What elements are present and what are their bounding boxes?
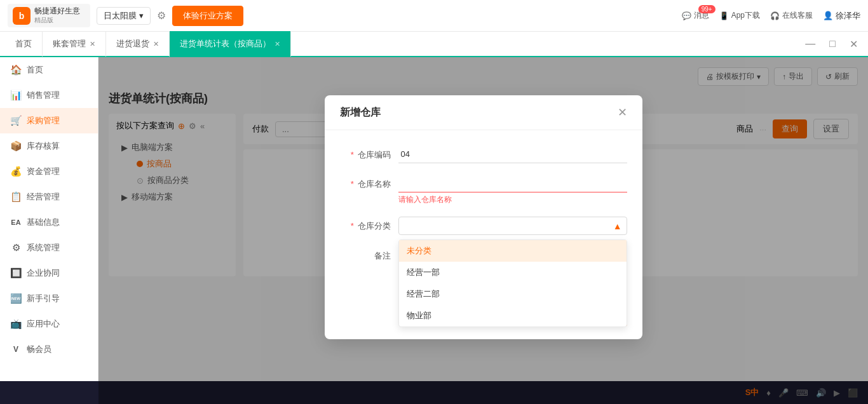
warehouse-name-input[interactable] (398, 175, 627, 192)
main-layout: 🏠 首页 📊 销售管理 🛒 采购管理 📦 库存核算 💰 资金管理 📋 经营管理 … (0, 57, 868, 404)
sidebar-item-inventory[interactable]: 📦 库存核算 (0, 133, 98, 159)
sidebar-item-app-center[interactable]: 📺 应用中心 (0, 311, 98, 337)
operation-icon: 📋 (10, 191, 22, 203)
warehouse-category-label: * 仓库分类 (340, 217, 391, 232)
system-icon: ⚙ (10, 242, 22, 253)
tab-purchase-stat-close-icon[interactable]: ✕ (275, 40, 280, 48)
settings-gear-icon[interactable]: ⚙ (157, 10, 166, 22)
sales-icon: 📊 (10, 90, 22, 101)
logo-icon: b (13, 7, 31, 25)
tab-purchase-stat[interactable]: 进货单统计表（按商品） ✕ (170, 31, 291, 57)
sidebar-label-home: 首页 (27, 64, 43, 76)
tab-purchase-return[interactable]: 进货退货 ✕ (106, 31, 170, 57)
tab-account-close-icon[interactable]: ✕ (90, 40, 95, 48)
warehouse-name-row: * 仓库名称 请输入仓库名称 (340, 175, 627, 205)
app-download-label: App下载 (731, 10, 760, 21)
warehouse-code-input[interactable] (398, 145, 627, 163)
sidebar-item-sales[interactable]: 📊 销售管理 (0, 83, 98, 108)
dropdown-item-dept3[interactable]: 物业部 (399, 305, 627, 327)
dropdown-item-dept1[interactable]: 经营一部 (399, 262, 627, 283)
trial-btn[interactable]: 体验行业方案 (172, 6, 243, 26)
tab-home-label: 首页 (15, 38, 32, 50)
inventory-icon: 📦 (10, 140, 22, 152)
tab-purchase-return-label: 进货退货 (116, 38, 149, 50)
tab-home[interactable]: 首页 (5, 31, 43, 57)
app-download-item[interactable]: 📱 App下载 (719, 10, 760, 21)
required-star-category: * (351, 221, 354, 231)
warehouse-category-row: * 仓库分类 ▲ 未分类 经营一部 经营二部 物业部 (340, 217, 627, 235)
sidebar-label-sales: 销售管理 (27, 90, 60, 101)
warehouse-code-input-wrap (398, 145, 627, 163)
guide-icon: 🆕 (10, 293, 22, 304)
sidebar-label-enterprise: 企业协同 (27, 267, 60, 279)
dropdown-item-dept2[interactable]: 经营二部 (399, 283, 627, 305)
logo-text: 畅捷通好生意 (34, 6, 80, 17)
sidebar-label-system: 系统管理 (27, 242, 60, 253)
user-area[interactable]: 👤 徐泽华 (823, 10, 860, 22)
sidebar-label-app-center: 应用中心 (27, 318, 60, 330)
finance-icon: 💰 (10, 166, 22, 177)
sidebar-item-enterprise[interactable]: 🔲 企业协同 (0, 260, 98, 286)
tab-bar: 首页 账套管理 ✕ 进货退货 ✕ 进货单统计表（按商品） ✕ — □ ✕ (0, 32, 868, 57)
remark-label: 备注 (340, 246, 391, 262)
sidebar-label-finance: 资金管理 (27, 166, 60, 177)
app-download-icon: 📱 (719, 11, 729, 20)
sidebar-item-purchase[interactable]: 🛒 采购管理 (0, 108, 98, 133)
warehouse-code-row: * 仓库编码 (340, 145, 627, 163)
store-selector[interactable]: 日太阳膜 ▾ (97, 7, 151, 25)
tab-account[interactable]: 账套管理 ✕ (43, 31, 106, 57)
sidebar-item-member[interactable]: V 畅会员 (0, 337, 98, 362)
warehouse-category-wrap: ▲ 未分类 经营一部 经营二部 物业部 (398, 217, 627, 235)
warehouse-name-input-wrap: 请输入仓库名称 (398, 175, 627, 205)
purchase-icon: 🛒 (10, 115, 22, 126)
online-service-label: 在线客服 (782, 10, 813, 21)
tab-purchase-stat-label: 进货单统计表（按商品） (180, 38, 271, 50)
sidebar-item-operation[interactable]: 📋 经营管理 (0, 184, 98, 210)
tab-account-label: 账套管理 (53, 38, 86, 50)
store-chevron-icon: ▾ (139, 11, 144, 20)
username: 徐泽华 (836, 10, 860, 22)
headset-icon: 🎧 (770, 11, 780, 20)
warehouse-name-label: * 仓库名称 (340, 175, 391, 190)
dialog-title: 新增仓库 (340, 106, 381, 119)
sidebar: 🏠 首页 📊 销售管理 🛒 采购管理 📦 库存核算 💰 资金管理 📋 经营管理 … (0, 57, 98, 404)
tab-maximize-icon[interactable]: □ (824, 38, 841, 50)
sidebar-label-operation: 经营管理 (27, 191, 60, 203)
modal-overlay: 新增仓库 ✕ * 仓库编码 (98, 57, 868, 404)
tab-purchase-return-close-icon[interactable]: ✕ (153, 40, 159, 48)
sidebar-item-guide[interactable]: 🆕 新手引导 (0, 286, 98, 311)
message-icon: 💬 (682, 11, 691, 20)
category-chevron-up-icon: ▲ (613, 221, 622, 231)
dialog-header: 新增仓库 ✕ (325, 95, 642, 130)
dropdown-item-uncategorized[interactable]: 未分类 (399, 240, 627, 262)
category-dropdown: 未分类 经营一部 经营二部 物业部 (398, 239, 627, 327)
logo-area: b 畅捷通好生意 精品版 (8, 4, 90, 28)
header-icons: 💬 消息 99+ 📱 App下载 🎧 在线客服 👤 徐泽华 (682, 10, 860, 22)
dialog-body: * 仓库编码 * 仓库名称 (325, 130, 642, 297)
logo-text-wrap: 畅捷通好生意 精品版 (34, 6, 80, 25)
sidebar-label-member: 畅会员 (27, 344, 51, 355)
store-name: 日太阳膜 (104, 10, 137, 22)
sidebar-item-finance[interactable]: 💰 资金管理 (0, 159, 98, 184)
member-icon: V (10, 344, 22, 355)
enterprise-icon: 🔲 (10, 267, 22, 279)
required-star-code: * (351, 150, 354, 159)
sidebar-label-inventory: 库存核算 (27, 140, 60, 152)
user-avatar-icon: 👤 (823, 11, 833, 20)
new-warehouse-dialog: 新增仓库 ✕ * 仓库编码 (325, 95, 642, 339)
tab-close-icon[interactable]: ✕ (844, 38, 863, 50)
sidebar-item-basic-info[interactable]: EA 基础信息 (0, 210, 98, 235)
warehouse-category-input[interactable] (398, 217, 627, 235)
message-icon-item[interactable]: 💬 消息 99+ (682, 10, 709, 21)
sidebar-label-purchase: 采购管理 (27, 115, 60, 126)
sidebar-label-guide: 新手引导 (27, 293, 60, 304)
basic-info-icon: EA (10, 217, 22, 228)
app-center-icon: 📺 (10, 318, 22, 330)
tab-minimize-icon[interactable]: — (800, 38, 820, 50)
sidebar-label-basic-info: 基础信息 (27, 217, 60, 228)
sidebar-item-home[interactable]: 🏠 首页 (0, 57, 98, 83)
online-service-item[interactable]: 🎧 在线客服 (770, 10, 813, 21)
required-star-name: * (351, 179, 354, 189)
dialog-close-icon[interactable]: ✕ (618, 105, 627, 119)
sidebar-item-system[interactable]: ⚙ 系统管理 (0, 235, 98, 260)
